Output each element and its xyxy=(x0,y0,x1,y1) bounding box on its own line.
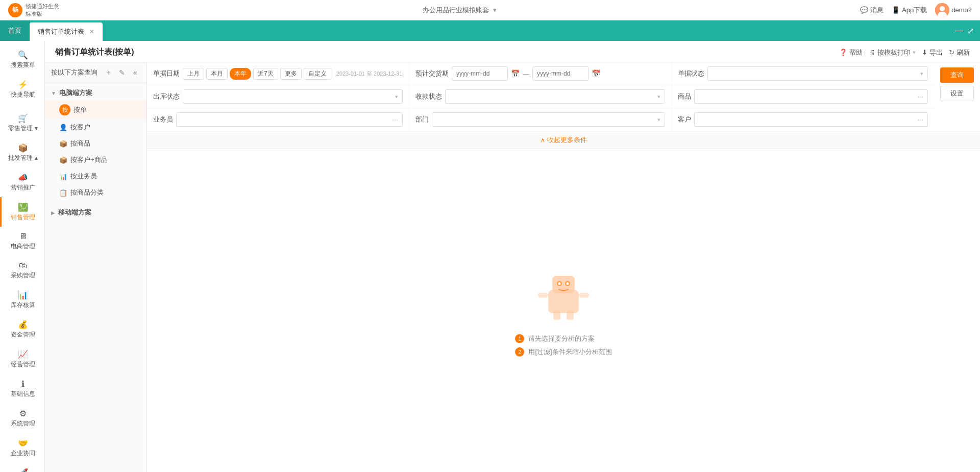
expected-date-end[interactable] xyxy=(532,66,589,81)
date-btn-this-year[interactable]: 本年 xyxy=(230,68,251,80)
sidebar-item-search-menu[interactable]: 🔍 搜索菜单 xyxy=(0,45,44,75)
sidebar-item-quick-nav[interactable]: ⚡ 快捷导航 xyxy=(0,75,44,104)
sidebar-item-finance[interactable]: 💰 资金管理 xyxy=(0,315,44,344)
filter-row-1: 单据日期 上月 本月 本年 近7天 更多 自定义 2023-01-01 至 20… xyxy=(147,62,934,85)
scheme-section-desktop: ▼ 电脑端方案 按 按单 👤 按客户 📦 按商品 xyxy=(45,83,146,203)
bill-status-select[interactable]: ▾ xyxy=(707,66,928,81)
message-icon: 💬 xyxy=(860,6,868,14)
sidebar-item-corp-collab[interactable]: 🤝 企业协同 xyxy=(0,433,44,463)
quick-nav-icon: ⚡ xyxy=(18,80,28,89)
sidebar-item-wholesale[interactable]: 📦 批发管理 ▴ xyxy=(0,138,44,168)
customer-select[interactable]: ··· xyxy=(694,112,928,127)
svg-rect-9 xyxy=(553,311,560,320)
system-icon: ⚙ xyxy=(19,409,27,418)
query-btn[interactable]: 查询 xyxy=(940,67,974,83)
refresh-btn[interactable]: ↻ 刷新 xyxy=(949,48,970,57)
inventory-icon: 📊 xyxy=(18,290,28,300)
date-calendar-icon-1[interactable]: 📅 xyxy=(511,69,520,78)
bill-status-arrow: ▾ xyxy=(920,70,923,77)
top-bar-right: 💬 消息 📱 App下载 demo2 xyxy=(860,3,972,17)
message-btn[interactable]: 💬 消息 xyxy=(860,6,884,15)
scheme-item-by-order[interactable]: 按 按单 xyxy=(45,101,146,119)
sidebar-item-marketing[interactable]: 📣 营销推广 xyxy=(0,168,44,197)
empty-state: 1 请先选择要分析的方案 2 用[过滤]条件来缩小分析范围 xyxy=(147,149,980,472)
tab-close-icon[interactable]: ✕ xyxy=(89,28,94,35)
by-customer-icon: 👤 xyxy=(59,124,67,131)
delivery-status-select[interactable]: ▾ xyxy=(183,89,403,104)
mobile-section-label: 移动端方案 xyxy=(58,208,91,217)
empty-illustration xyxy=(533,265,594,326)
sidebar-item-label: 批发管理 ▴ xyxy=(8,154,37,162)
sidebar-item-system[interactable]: ⚙ 系统管理 xyxy=(0,404,44,433)
sidebar-item-basic-info[interactable]: ℹ 基础信息 xyxy=(0,374,44,404)
sidebar-item-purchase[interactable]: 🛍 采购管理 xyxy=(0,256,44,285)
collapse-up-icon: ∧ xyxy=(541,136,545,144)
sidebar-item-operations[interactable]: 📈 经营管理 xyxy=(0,344,44,374)
by-order-circle: 按 xyxy=(59,104,70,115)
purchase-icon: 🛍 xyxy=(19,261,27,270)
sidebar-item-sales[interactable]: 💹 销售管理 xyxy=(0,197,44,227)
tab-maximize-icon[interactable]: ⤢ xyxy=(967,26,974,36)
by-customer-goods-icon: 📦 xyxy=(59,156,67,164)
scheme-item-by-customer-goods[interactable]: 📦 按客户+商品 xyxy=(45,152,146,168)
svg-rect-3 xyxy=(548,290,579,313)
new-guide-icon: 🚀 xyxy=(18,468,28,472)
sidebar-item-ecommerce[interactable]: 🖥 电商管理 xyxy=(0,227,44,256)
date-btn-7days[interactable]: 近7天 xyxy=(253,68,278,80)
date-btn-custom[interactable]: 自定义 xyxy=(304,68,331,80)
by-order-label: 按单 xyxy=(74,105,87,114)
sidebar-item-retail[interactable]: 🛒 零售管理 ▾ xyxy=(0,108,44,138)
scheme-collapse-btn[interactable]: « xyxy=(130,67,140,78)
help-btn[interactable]: ❓ 帮助 xyxy=(839,48,863,57)
sidebar-item-inventory[interactable]: 📊 库存核算 xyxy=(0,285,44,315)
department-select[interactable]: ▾ xyxy=(432,112,665,127)
sidebar-item-new-guide[interactable]: 🚀 新手引导 xyxy=(0,463,44,472)
date-btn-more[interactable]: 更多 xyxy=(280,68,302,80)
tab-order-stats[interactable]: 销售订单统计表 ✕ xyxy=(30,22,103,41)
scheme-add-btn[interactable]: + xyxy=(104,67,114,78)
app-download-btn[interactable]: 📱 App下载 xyxy=(892,6,927,15)
hint-num-2: 2 xyxy=(515,347,524,357)
scheme-section-desktop-header[interactable]: ▼ 电脑端方案 xyxy=(45,85,146,101)
date-label: 单据日期 xyxy=(153,69,180,78)
scheme-item-by-customer[interactable]: 👤 按客户 xyxy=(45,119,146,135)
template-print-btn[interactable]: 🖨 按模板打印 ▾ xyxy=(869,48,916,57)
payment-status-select[interactable]: ▾ xyxy=(445,89,665,104)
scheme-edit-btn[interactable]: ✎ xyxy=(117,67,127,78)
goods-select[interactable]: ··· xyxy=(694,89,928,104)
salesperson-select[interactable]: ··· xyxy=(176,112,403,127)
hint-text-1: 请先选择要分析的方案 xyxy=(528,334,595,343)
scheme-item-by-salesperson[interactable]: 📊 按业务员 xyxy=(45,168,146,184)
by-goods-icon: 📦 xyxy=(59,140,67,148)
company-dropdown-icon[interactable]: ▾ xyxy=(493,6,497,14)
expected-date-start[interactable] xyxy=(452,66,508,81)
date-btn-last-month[interactable]: 上月 xyxy=(183,68,204,80)
svg-point-8 xyxy=(567,282,569,285)
template-print-label: 按模板打印 xyxy=(877,48,911,57)
by-category-icon: 📋 xyxy=(59,189,67,197)
collapse-bar[interactable]: ∧ 收起更多条件 xyxy=(147,131,980,149)
wholesale-icon: 📦 xyxy=(18,143,28,153)
date-calendar-icon-2[interactable]: 📅 xyxy=(592,69,600,78)
scheme-item-by-goods[interactable]: 📦 按商品 xyxy=(45,135,146,152)
tab-minimize-icon[interactable]: — xyxy=(955,26,963,35)
svg-point-1 xyxy=(940,6,945,11)
print-icon: 🖨 xyxy=(869,49,875,56)
settings-btn[interactable]: 设置 xyxy=(940,86,974,101)
user-name: demo2 xyxy=(951,6,972,14)
scheme-section-mobile-header[interactable]: ▶ 移动端方案 xyxy=(45,205,146,220)
sidebar-item-label: 企业协同 xyxy=(11,449,35,458)
scheme-item-by-category[interactable]: 📋 按商品分类 xyxy=(45,184,146,201)
salesperson-dots: ··· xyxy=(392,115,398,124)
basic-info-icon: ℹ xyxy=(21,379,24,389)
user-area[interactable]: demo2 xyxy=(935,3,972,17)
export-btn[interactable]: ⬇ 导出 xyxy=(922,48,943,57)
svg-rect-12 xyxy=(579,293,589,298)
page-actions: ❓ 帮助 🖨 按模板打印 ▾ ⬇ 导出 ↻ 刷新 xyxy=(839,48,970,57)
by-goods-label: 按商品 xyxy=(70,139,90,148)
date-range-display: 2023-01-01 至 2023-12-31 xyxy=(336,70,403,78)
collapse-label: 收起更多条件 xyxy=(547,135,587,145)
tab-home[interactable]: 首页 xyxy=(0,20,30,41)
date-btn-this-month[interactable]: 本月 xyxy=(206,68,228,80)
delivery-status-arrow: ▾ xyxy=(395,93,398,100)
